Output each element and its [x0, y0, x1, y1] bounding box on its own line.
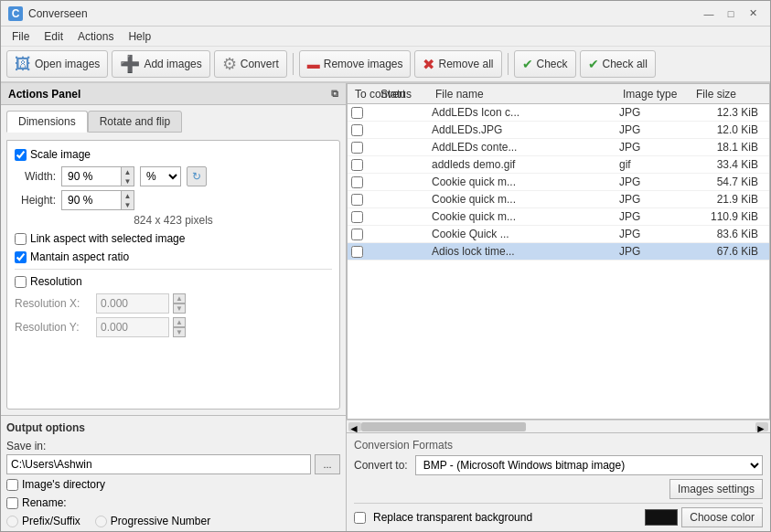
tab-rotate[interactable]: Rotate and flip: [88, 111, 182, 133]
cell-check-3[interactable]: [351, 159, 377, 171]
link-aspect-checkbox[interactable]: [15, 233, 27, 245]
height-input[interactable]: [66, 194, 123, 207]
link-aspect-label: Link aspect with selected image: [30, 232, 185, 245]
file-row[interactable]: Cookie quick m... JPG 21.9 KiB: [348, 191, 769, 208]
resolution-x-up[interactable]: ▲: [173, 293, 186, 303]
convert-button[interactable]: ⚙ Convert: [214, 50, 287, 78]
remove-all-button[interactable]: ✖ Remove all: [414, 50, 501, 78]
progressive-number-radio[interactable]: [95, 516, 107, 527]
cell-filesize-4: 54.7 KiB: [692, 176, 766, 188]
replace-transparent-checkbox[interactable]: [354, 512, 366, 524]
width-up-arrow[interactable]: ▲: [121, 167, 134, 176]
cell-check-4[interactable]: [351, 176, 377, 188]
file-row[interactable]: AddLEDs.JPG JPG 12.0 KiB: [348, 122, 769, 139]
file-row[interactable]: Cookie quick m... JPG 110.9 KiB: [348, 208, 769, 226]
replace-transparent-label: Replace transparent background: [373, 511, 532, 524]
maximize-button[interactable]: □: [721, 5, 741, 22]
output-title: Output options: [6, 421, 340, 434]
choose-color-button[interactable]: Choose color: [681, 507, 763, 527]
prefix-suffix-radio[interactable]: [6, 516, 18, 527]
menu-file[interactable]: File: [5, 28, 37, 45]
row-checkbox-7[interactable]: [351, 229, 363, 240]
browse-button[interactable]: ...: [315, 454, 340, 474]
cell-check-8[interactable]: [351, 246, 377, 258]
check-all-button[interactable]: ✔ Check all: [580, 50, 656, 78]
resolution-x-down[interactable]: ▼: [173, 303, 186, 314]
cell-imgtype-5: JPG: [619, 193, 692, 206]
file-row[interactable]: Adios lock time... JPG 67.6 KiB: [348, 243, 769, 261]
row-checkbox-1[interactable]: [351, 124, 363, 136]
tab-dimensions[interactable]: Dimensions: [6, 111, 88, 133]
row-checkbox-4[interactable]: [351, 176, 363, 188]
file-row[interactable]: addleds demo.gif gif 33.4 KiB: [348, 156, 769, 174]
h-scroll-right[interactable]: ►: [755, 422, 768, 431]
h-scroll-left[interactable]: ◄: [348, 422, 361, 431]
scale-image-checkbox[interactable]: [15, 149, 27, 161]
resolution-x-input[interactable]: [96, 293, 169, 314]
h-scroll-track: [361, 422, 755, 431]
refresh-button[interactable]: ↻: [187, 166, 207, 186]
row-checkbox-3[interactable]: [351, 159, 363, 171]
add-images-label: Add images: [144, 58, 201, 70]
cell-check-2[interactable]: [351, 142, 377, 154]
add-images-button[interactable]: ➕ Add images: [112, 50, 209, 78]
file-row[interactable]: AddLEDs conte... JPG 18.1 KiB: [348, 139, 769, 156]
panel-restore-icon[interactable]: ⧉: [331, 88, 338, 100]
row-checkbox-2[interactable]: [351, 142, 363, 154]
menu-edit[interactable]: Edit: [37, 28, 70, 45]
format-select[interactable]: BMP - (Microsoft Windows bitmap image): [415, 455, 763, 475]
cell-filename-3: addleds demo.gif: [432, 158, 619, 171]
unit-select[interactable]: % px cm in: [140, 166, 181, 186]
row-checkbox-0[interactable]: [351, 107, 363, 119]
cell-check-0[interactable]: [351, 107, 377, 119]
minimize-button[interactable]: —: [699, 5, 719, 22]
save-path-input[interactable]: [6, 454, 311, 474]
menu-actions[interactable]: Actions: [70, 28, 121, 45]
prefix-suffix-option: Prefix/Suffix: [6, 515, 80, 527]
cell-check-6[interactable]: [351, 211, 377, 223]
open-images-button[interactable]: 🖼 Open images: [6, 50, 108, 78]
height-up-arrow[interactable]: ▲: [121, 191, 134, 200]
check-icon: ✔: [522, 57, 533, 71]
rename-checkbox[interactable]: [6, 497, 18, 509]
height-spin[interactable]: ▲ ▼: [61, 190, 134, 210]
resolution-y-up[interactable]: ▲: [173, 317, 186, 327]
divider-1: [15, 269, 332, 270]
row-checkbox-8[interactable]: [351, 246, 363, 258]
cell-imgtype-6: JPG: [619, 210, 692, 223]
horizontal-scrollbar[interactable]: ◄ ►: [347, 420, 770, 432]
file-row[interactable]: Cookie quick m... JPG 54.7 KiB: [348, 174, 769, 191]
images-directory-checkbox[interactable]: [6, 479, 18, 491]
check-button[interactable]: ✔ Check: [514, 50, 576, 78]
close-button[interactable]: ✕: [743, 5, 763, 22]
width-input[interactable]: [66, 170, 123, 183]
height-down-arrow[interactable]: ▼: [121, 200, 134, 209]
resolution-y-down[interactable]: ▼: [173, 327, 186, 337]
file-row[interactable]: AddLEDs Icon c... JPG 12.3 KiB: [348, 104, 769, 122]
dimensions-tab-content: Scale image Width: ▲ ▼ % px: [6, 140, 340, 410]
file-row[interactable]: Cookie Quick ... JPG 83.6 KiB: [348, 226, 769, 243]
images-settings-button[interactable]: Images settings: [669, 479, 763, 499]
row-checkbox-6[interactable]: [351, 211, 363, 223]
maintain-aspect-checkbox[interactable]: [15, 251, 27, 263]
resolution-y-input[interactable]: [96, 317, 169, 337]
cell-check-5[interactable]: [351, 194, 377, 206]
color-swatch[interactable]: [645, 509, 678, 526]
cell-imgtype-0: JPG: [619, 106, 692, 119]
scale-image-row: Scale image: [15, 148, 332, 161]
panel-content: Dimensions Rotate and flip Scale image W…: [1, 105, 346, 415]
width-down-arrow[interactable]: ▼: [121, 176, 134, 186]
resolution-checkbox[interactable]: [15, 276, 27, 288]
right-panel: To convert Status File name Image type F…: [347, 83, 770, 532]
width-spin[interactable]: ▲ ▼: [61, 166, 134, 186]
sep-line: [354, 503, 763, 504]
cell-check-1[interactable]: [351, 124, 377, 136]
cell-filename-1: AddLEDs.JPG: [432, 123, 619, 136]
menu-help[interactable]: Help: [121, 28, 158, 45]
cell-filename-6: Cookie quick m...: [432, 210, 619, 223]
toolbar-separator-1: [293, 53, 294, 75]
row-checkbox-5[interactable]: [351, 194, 363, 206]
cell-check-7[interactable]: [351, 229, 377, 240]
remove-images-button[interactable]: ▬ Remove images: [299, 50, 412, 78]
cell-imgtype-4: JPG: [619, 176, 692, 188]
